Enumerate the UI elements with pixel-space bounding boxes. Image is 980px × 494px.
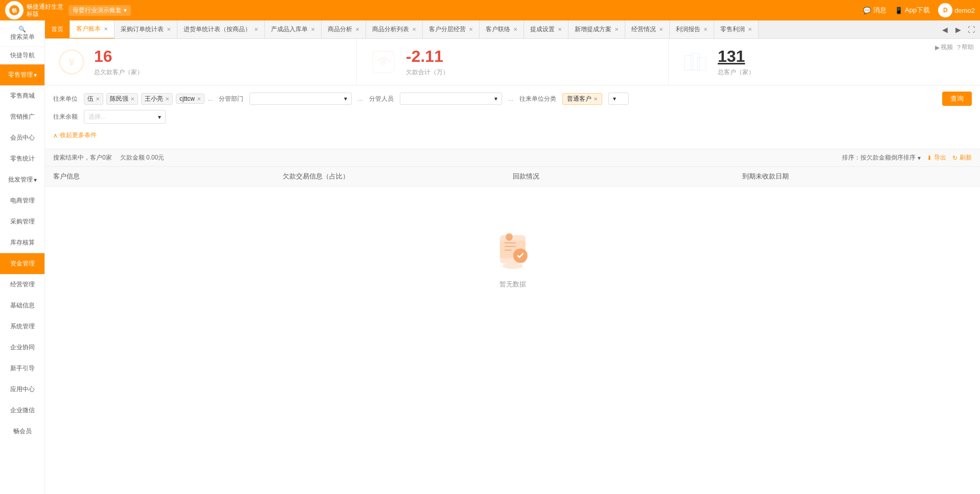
stat-value-debt: -2.11 [406,47,449,66]
sidebar-item-marketing[interactable]: 营销推广 [0,106,44,127]
tab-customer-seg[interactable]: 客户分层经营 ✕ [423,20,480,39]
sidebar-item-inventory[interactable]: 库存核算 [0,232,44,253]
tab-close-icon[interactable]: ✕ [469,27,473,32]
filter-dept-dots[interactable]: ... [358,95,363,102]
filter-dept-select[interactable]: ▾ [249,93,352,105]
filter-balance-select[interactable]: 选择... ▾ [84,110,166,124]
sidebar-item-enterprise[interactable]: 企业协同 [0,337,44,358]
data-table: 客户信息 欠款交易信息（占比） 回款情况 到期未收款日期 [45,167,980,494]
sidebar-item-new-guide[interactable]: 新手引导 [0,358,44,379]
message-icon: 💬 [863,7,871,14]
export-icon: ⬇ [927,154,932,162]
video-btn[interactable]: ▶ 视频 [935,43,953,52]
filter-dept-label: 分管部门 [219,95,243,103]
filter-person-dots[interactable]: ... [508,95,513,102]
sidebar-item-enterprise-wechat[interactable]: 企业微信 [0,400,44,421]
tab-close-icon[interactable]: ✕ [614,27,619,32]
collapse-btn[interactable]: ∧ 收起更多条件 [53,128,972,143]
sidebar-item-purchase[interactable]: 采购管理 [0,211,44,232]
sidebar-item-member[interactable]: 畅会员 [0,421,44,442]
stat-debt-total: -2.11 欠款合计（万） [357,39,669,85]
message-btn[interactable]: 💬 消息 [863,6,886,15]
help-btn[interactable]: ? 帮助 [957,43,974,52]
filter-unit-tags: 伍 ✕ 陈民强 ✕ 王小亮 ✕ [84,93,213,105]
tab-bar: 首页 客户账本 ✕ 采购订单统计表 ✕ 进货单统计表（按商品） ✕ 产成品入库单… [45,20,980,39]
stat-value-customers: 16 [94,47,143,66]
tab-home[interactable]: 首页 [45,20,70,39]
filter-person-select[interactable]: ▾ [400,93,502,105]
sidebar-item-sys[interactable]: 系统管理 [0,316,44,337]
content-area: 首页 客户账本 ✕ 采购订单统计表 ✕ 进货单统计表（按商品） ✕ 产成品入库单… [45,20,980,494]
sidebar-item-retail-stats[interactable]: 零售统计 [0,148,44,169]
filter-area: 往来单位 伍 ✕ 陈民强 ✕ 王小亮 [45,85,980,149]
tab-new-improve[interactable]: 新增提成方案 ✕ [568,20,625,39]
tab-close-icon[interactable]: ✕ [659,27,663,32]
tab-product-analysis-list[interactable]: 商品分析列表 ✕ [366,20,423,39]
tab-product-analysis[interactable]: 商品分析 ✕ [322,20,366,39]
search-result-text: 搜索结果中，客户0家 [53,153,112,162]
query-button[interactable]: 查询 [942,92,972,106]
page-content: ¥ 16 总欠款客户（家） [45,39,980,494]
sort-select[interactable]: 排序：按欠款金额倒序排序 ▾ [842,153,921,162]
tab-close-icon[interactable]: ✕ [558,27,562,32]
sidebar-item-operation[interactable]: 经营管理 [0,274,44,295]
tab-operation[interactable]: 经营情况 ✕ [625,20,670,39]
search-results-bar: 搜索结果中，客户0家 欠款金额 0.00元 排序：按欠款金额倒序排序 ▾ ⬇ 导… [45,149,980,167]
sidebar-search[interactable]: 🔍 搜索菜单 [0,20,44,47]
stat-label-total: 总客户（家） [718,68,755,77]
table-header: 客户信息 欠款交易信息（占比） 回款情况 到期未收款日期 [45,167,980,187]
tab-close-icon[interactable]: ✕ [412,27,416,32]
filter-tag-remove-wu[interactable]: ✕ [96,96,100,102]
tab-close-icon[interactable]: ✕ [311,27,315,32]
debt-amount-text: 欠款金额 0.00元 [120,153,165,162]
sidebar-item-member-center[interactable]: 会员中心 [0,127,44,148]
filter-category-remove[interactable]: ✕ [594,96,598,102]
tab-scroll-left[interactable]: ◀ [939,24,950,35]
tab-improve-settings[interactable]: 提成设置 ✕ [524,20,568,39]
filter-category-dropdown[interactable]: ▾ [608,93,629,105]
sidebar-item-ecommerce[interactable]: 电商管理 [0,190,44,211]
sidebar-quick-nav[interactable]: 快捷导航 [0,47,44,64]
tab-close-icon[interactable]: ✕ [104,26,108,32]
sidebar-item-retail-mall[interactable]: 零售商城 [0,85,44,106]
svg-text:¥: ¥ [69,57,75,68]
tab-import-stats[interactable]: 进货单统计表（按商品） ✕ [177,20,265,39]
refresh-btn[interactable]: ↻ 刷新 [952,153,972,162]
filter-row-2: 往来余额 选择... ▾ [53,110,972,124]
tab-retail-profit[interactable]: 零售利润 ✕ [714,20,759,39]
sidebar-item-app-center[interactable]: 应用中心 [0,379,44,400]
tab-close-icon[interactable]: ✕ [513,27,517,32]
sidebar-item-wholesale[interactable]: 批发管理 ▾ [0,169,44,190]
search-results-right: 排序：按欠款金额倒序排序 ▾ ⬇ 导出 ↻ 刷新 [842,153,972,162]
filter-tag-remove-chen[interactable]: ✕ [130,96,134,102]
filter-more-btn[interactable]: ... [208,95,213,102]
sidebar-item-finance[interactable]: 资金管理 [0,253,44,274]
tab-close-icon[interactable]: ✕ [355,27,359,32]
tab-bar-actions: ◀ ▶ ⛶ [936,24,980,35]
filter-tag-remove-cjttcw[interactable]: ✕ [197,96,201,102]
tab-customer-cost[interactable]: 客户账本 ✕ [70,20,115,39]
chevron-down-icon: ▾ [158,114,161,121]
tab-expand[interactable]: ⛶ [966,24,977,35]
sidebar-item-basic-info[interactable]: 基础信息 [0,295,44,316]
top-bar: 畅 畅捷通好生意 标版 母婴行业演示账套 ▾ 💬 消息 📱 App下载 D [0,0,980,20]
account-selector[interactable]: 母婴行业演示账套 ▾ [69,5,131,16]
tab-close-icon[interactable]: ✕ [748,27,752,32]
avatar: D [938,3,952,17]
filter-tag-chen: 陈民强 ✕ [106,93,138,105]
tab-profit-report[interactable]: 利润报告 ✕ [670,20,714,39]
app-download-btn[interactable]: 📱 App下载 [895,6,930,15]
sidebar-item-retail-mgmt[interactable]: 零售管理 ▾ [0,64,44,85]
tab-scroll-right[interactable]: ▶ [952,24,964,35]
tab-close-icon[interactable]: ✕ [254,27,258,32]
export-btn[interactable]: ⬇ 导出 [927,153,946,162]
tab-close-icon[interactable]: ✕ [703,27,708,32]
tab-product-import[interactable]: 产成品入库单 ✕ [265,20,322,39]
tab-customer-contact[interactable]: 客户联络 ✕ [480,20,524,39]
user-menu[interactable]: D demo2 [938,3,975,17]
tab-close-icon[interactable]: ✕ [167,27,171,32]
filter-tag-remove-wang[interactable]: ✕ [165,96,169,102]
collapse-area: ∧ 收起更多条件 [53,128,972,143]
svg-rect-8 [697,58,706,71]
tab-purchase-order[interactable]: 采购订单统计表 ✕ [115,20,177,39]
